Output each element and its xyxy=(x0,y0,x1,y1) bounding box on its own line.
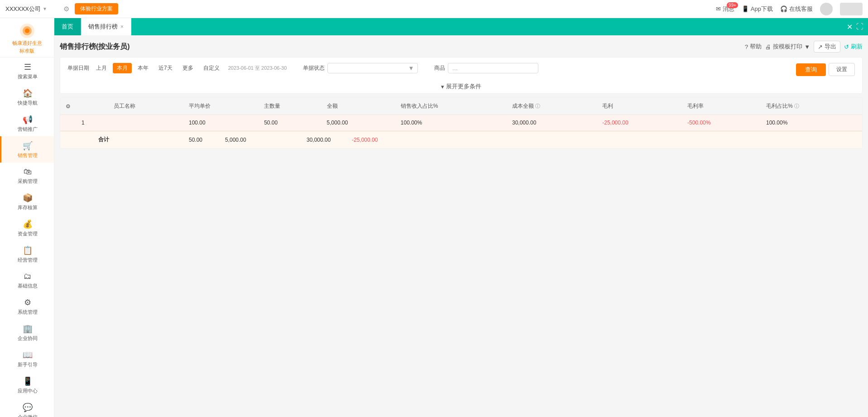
enterprise-label: 企业协同 xyxy=(18,335,38,342)
wechat-label: 企业微信 xyxy=(18,414,38,417)
sidebar-item-funds[interactable]: 💰 资金管理 xyxy=(0,215,54,241)
sales-icon: 🛒 xyxy=(23,141,33,151)
help-btn[interactable]: ? 帮助 xyxy=(745,43,762,51)
online-service-btn[interactable]: 🎧 在线客服 xyxy=(780,5,813,13)
sidebar-item-purchase[interactable]: 🛍 采购管理 xyxy=(0,163,54,188)
expand-label: 展开更多条件 xyxy=(446,82,481,91)
tab-close-icon[interactable]: × xyxy=(120,24,124,30)
sidebar-logo: 畅康通好生意 标准版 xyxy=(0,18,54,58)
page-header: 销售排行榜(按业务员) ? 帮助 🖨 按模板打印 ▼ ↗ 导出 xyxy=(60,41,863,53)
sidebar: 畅康通好生意 标准版 ☰ 搜索菜单 🏠 快捷导航 📢 营销推广 🛒 销售管理 🛍… xyxy=(0,18,54,417)
sidebar-item-enterprise[interactable]: 🏢 企业协同 xyxy=(0,319,54,345)
sidebar-item-marketing[interactable]: 📢 营销推广 xyxy=(0,110,54,136)
sidebar-item-basic[interactable]: 🗂 基础信息 xyxy=(0,267,54,293)
print-btn[interactable]: 🖨 按模板打印 ▼ xyxy=(765,43,810,51)
cost-info-icon[interactable]: ⓘ xyxy=(535,103,540,109)
recent7-btn[interactable]: 近7天 xyxy=(154,63,177,73)
message-btn[interactable]: ✉ 消息 99+ xyxy=(716,5,734,13)
th-settings[interactable]: ⚙ xyxy=(60,98,76,115)
wechat-icon: 💬 xyxy=(23,403,33,412)
marketing-label: 营销推广 xyxy=(18,126,38,133)
sidebar-items: ☰ 搜索菜单 🏠 快捷导航 📢 营销推广 🛒 销售管理 🛍 采购管理 📦 库存核… xyxy=(0,58,54,417)
sidebar-item-newbie[interactable]: 📖 新手引导 xyxy=(0,345,54,372)
basic-label: 基础信息 xyxy=(18,283,38,289)
funds-label: 资金管理 xyxy=(18,230,38,237)
export-label: 导出 xyxy=(825,43,836,51)
filter-status-label: 单据状态 xyxy=(303,64,325,72)
inventory-label: 库存核算 xyxy=(18,204,38,211)
footer-gross: -25,000.00 xyxy=(346,137,383,143)
tab-bar: 首页 销售排行榜 × ✕ ⛶ xyxy=(54,18,868,35)
th-name: 员工名称 xyxy=(108,98,183,115)
trial-button[interactable]: 体验行业方案 xyxy=(75,3,118,14)
sidebar-item-appstore[interactable]: 📱 应用中心 xyxy=(0,372,54,398)
enterprise-icon: 🏢 xyxy=(23,324,33,334)
export-icon: ↗ xyxy=(818,43,823,50)
th-total: 全额 xyxy=(321,98,395,115)
tab-maximize-icon[interactable]: ⛶ xyxy=(856,23,863,31)
sidebar-item-search[interactable]: ☰ 搜索菜单 xyxy=(0,58,54,84)
username-display xyxy=(840,3,863,15)
table-body: 1 100.00 50.00 5,000.00 100.00% 30,000.0… xyxy=(60,115,862,131)
sidebar-item-wechat[interactable]: 💬 企业微信 xyxy=(0,398,54,417)
sidebar-item-operations[interactable]: 📋 经营管理 xyxy=(0,241,54,267)
gear-icon[interactable]: ⚙ xyxy=(63,5,69,13)
goods-placeholder: … xyxy=(452,65,458,72)
print-icon: 🖨 xyxy=(765,43,771,50)
sidebar-item-sales[interactable]: 🛒 销售管理 xyxy=(0,136,54,163)
date-range-display: 2023-06-01 至 2023-06-30 xyxy=(228,65,287,72)
th-avg-price: 平均单价 xyxy=(183,98,259,115)
export-btn[interactable]: ↗ 导出 xyxy=(814,41,840,53)
tab-sales-ranking[interactable]: 销售排行榜 × xyxy=(81,18,131,35)
row-sales-ratio: 100.00% xyxy=(395,115,507,131)
more-btn[interactable]: 更多 xyxy=(178,63,197,73)
page-actions: ? 帮助 🖨 按模板打印 ▼ ↗ 导出 ↺ 刷新 xyxy=(745,41,863,53)
online-service-label: 在线客服 xyxy=(789,5,813,13)
system-label: 系统管理 xyxy=(18,309,38,316)
top-bar: XXXXXX公司 ▼ ⚙ 体验行业方案 ✉ 消息 99+ 📱 App下载 🎧 在… xyxy=(0,0,868,18)
help-label: 帮助 xyxy=(750,43,762,51)
date-buttons: 上月 本月 本年 近7天 更多 自定义 xyxy=(92,63,224,73)
search-icon: ☰ xyxy=(24,62,31,72)
row-quantity: 50.00 xyxy=(259,115,321,131)
app-download-btn[interactable]: 📱 App下载 xyxy=(742,5,773,13)
purchase-label: 采购管理 xyxy=(18,178,38,185)
prev-month-btn[interactable]: 上月 xyxy=(92,63,111,73)
tab-home[interactable]: 首页 xyxy=(54,18,81,35)
appstore-label: 应用中心 xyxy=(18,388,38,394)
funds-icon: 💰 xyxy=(23,219,33,229)
filter-date-group: 单据日期 上月 本月 本年 近7天 更多 自定义 2023-06-01 至 20… xyxy=(67,63,287,73)
settings-button[interactable]: 设置 xyxy=(829,63,855,76)
company-selector[interactable]: XXXXXX公司 ▼ xyxy=(5,5,60,13)
custom-btn[interactable]: 自定义 xyxy=(199,63,224,73)
system-icon: ⚙ xyxy=(24,297,31,307)
expand-btn[interactable]: ▾ 展开更多条件 xyxy=(441,82,481,91)
current-year-btn[interactable]: 本年 xyxy=(134,63,153,73)
refresh-btn[interactable]: ↺ 刷新 xyxy=(844,43,863,51)
row-settings xyxy=(60,115,76,131)
tab-close-window-icon[interactable]: ✕ xyxy=(847,23,853,31)
status-select[interactable]: ▼ xyxy=(327,63,418,73)
row-gross-ratio: 100.00% xyxy=(761,115,862,131)
refresh-icon: ↺ xyxy=(844,43,849,50)
svg-point-2 xyxy=(25,29,29,33)
newbie-label: 新手引导 xyxy=(18,361,38,368)
avatar[interactable] xyxy=(820,3,833,15)
status-chevron-icon: ▼ xyxy=(408,65,414,72)
gross-ratio-info-icon[interactable]: ⓘ xyxy=(794,103,799,109)
message-icon: ✉ xyxy=(716,5,721,12)
sidebar-item-system[interactable]: ⚙ 系统管理 xyxy=(0,293,54,319)
logo-text1: 畅康通好生意 xyxy=(12,40,42,47)
th-sales-ratio: 销售收入占比% xyxy=(395,98,507,115)
th-gross-rate: 毛利率 xyxy=(682,98,761,115)
shortcut-label: 快捷导航 xyxy=(18,100,38,106)
content-area: 首页 销售排行榜 × ✕ ⛶ 销售排行榜(按业务员) ? 帮助 xyxy=(54,18,868,417)
sidebar-item-shortcut[interactable]: 🏠 快捷导航 xyxy=(0,84,54,110)
marketing-icon: 📢 xyxy=(23,115,33,125)
row-gross: -25,000.00 xyxy=(597,115,682,131)
current-month-btn[interactable]: 本月 xyxy=(113,63,132,73)
sidebar-item-inventory[interactable]: 📦 库存核算 xyxy=(0,188,54,215)
query-button[interactable]: 查询 xyxy=(796,63,826,76)
goods-input[interactable]: … xyxy=(448,63,538,73)
footer-total-label: 合计 xyxy=(93,136,147,144)
